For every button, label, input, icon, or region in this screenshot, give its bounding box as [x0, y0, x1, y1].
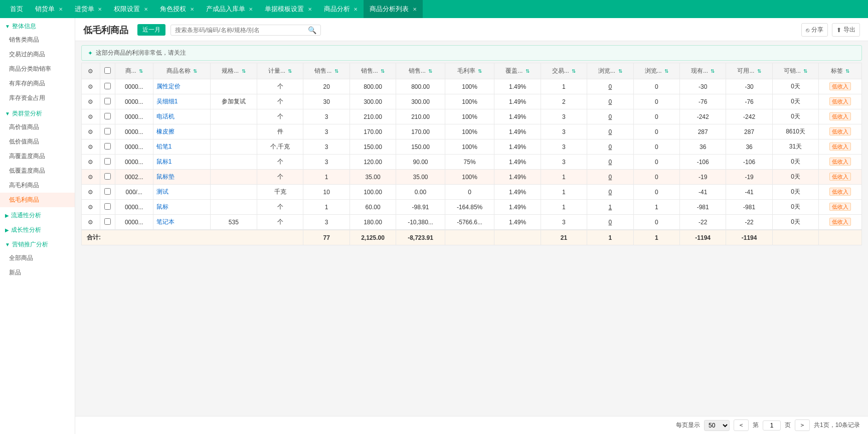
sidebar-item-traded-goods[interactable]: 交易过的商品 [0, 47, 75, 62]
row-gear[interactable]: ⚙ [82, 139, 100, 155]
row-name[interactable]: 铅笔1 [153, 139, 210, 155]
sort-available-stock[interactable]: ⇅ [757, 68, 761, 74]
col-sales-qty[interactable]: 销售... ⇅ [303, 63, 350, 79]
col-tag[interactable]: 标签 ⇅ [819, 63, 862, 79]
row-views1[interactable]: 0 [587, 94, 633, 109]
sidebar-item-low-coverage[interactable]: 低覆盖度商品 [0, 164, 75, 178]
row-name[interactable]: 属性定价 [153, 79, 210, 94]
views1-link[interactable]: 0 [609, 174, 612, 181]
sort-margin[interactable]: ⇅ [478, 68, 482, 74]
nav-goods-analysis-close[interactable]: ✕ [354, 7, 358, 12]
row-name[interactable]: 电话机 [153, 109, 210, 124]
share-button[interactable]: ⎋ 分享 [801, 23, 828, 37]
nav-product-entry-close[interactable]: ✕ [249, 7, 253, 12]
row-gear-icon[interactable]: ⚙ [88, 83, 93, 90]
select-all-checkbox[interactable] [104, 67, 111, 74]
sort-unit[interactable]: ⇅ [288, 68, 292, 74]
col-margin[interactable]: 毛利率 ⇅ [445, 63, 494, 79]
row-name[interactable]: 鼠标 [153, 200, 210, 215]
sidebar-item-high-coverage[interactable]: 高覆盖度商品 [0, 149, 75, 164]
row-select-checkbox[interactable] [104, 218, 111, 225]
sort-name[interactable]: ⇅ [193, 68, 197, 74]
sort-sales-profit[interactable]: ⇅ [428, 68, 432, 74]
views1-link[interactable]: 0 [609, 113, 612, 120]
row-name[interactable]: 吴细细1 [153, 94, 210, 109]
row-gear[interactable]: ⚙ [82, 155, 100, 170]
row-views1[interactable]: 0 [587, 124, 633, 139]
nav-permissions[interactable]: 权限设置 ✕ [108, 0, 154, 18]
sidebar-item-stock-goods[interactable]: 有库存的商品 [0, 76, 75, 91]
row-gear-icon[interactable]: ⚙ [88, 143, 93, 151]
row-select-checkbox[interactable] [104, 98, 111, 104]
col-sellable-days[interactable]: 可销... ⇅ [772, 63, 818, 79]
views1-link[interactable]: 0 [609, 189, 612, 196]
col-coverage[interactable]: 覆盖... ⇅ [494, 63, 541, 79]
row-gear-icon[interactable]: ⚙ [88, 174, 93, 181]
sidebar-group-marketing[interactable]: ▼ 营销推广分析 [0, 236, 75, 251]
nav-purchase[interactable]: 进货单 ✕ [69, 0, 108, 18]
row-select-checkbox[interactable] [104, 113, 111, 119]
sidebar-item-high-margin[interactable]: 高毛利商品 [0, 178, 75, 193]
row-name[interactable]: 鼠标1 [153, 155, 210, 170]
row-views1[interactable]: 0 [587, 215, 633, 230]
row-gear[interactable]: ⚙ [82, 124, 100, 139]
nav-goods-analysis[interactable]: 商品分析 ✕ [318, 0, 364, 18]
sort-sales-qty[interactable]: ⇅ [334, 68, 338, 74]
search-input[interactable] [175, 27, 308, 34]
row-gear[interactable]: ⚙ [82, 185, 100, 200]
sort-tag[interactable]: ⇅ [845, 68, 849, 74]
next-page-button[interactable]: ＞ [795, 419, 810, 431]
views1-link[interactable]: 0 [609, 143, 612, 151]
row-select-checkbox[interactable] [104, 83, 111, 89]
col-available-stock[interactable]: 可用... ⇅ [726, 63, 772, 79]
sidebar-item-category-rate[interactable]: 商品分类助销率 [0, 62, 75, 76]
views1-link[interactable]: 0 [609, 98, 612, 105]
sort-current-stock[interactable]: ⇅ [711, 68, 715, 74]
row-name[interactable]: 笔记本 [153, 215, 210, 230]
nav-template-close[interactable]: ✕ [308, 7, 312, 12]
sidebar-item-high-value[interactable]: 高价值商品 [0, 120, 75, 134]
nav-home[interactable]: 首页 [4, 0, 29, 18]
sort-views2[interactable]: ⇅ [664, 68, 668, 74]
row-views1[interactable]: 1 [587, 200, 633, 215]
sort-views1[interactable]: ⇅ [618, 68, 622, 74]
row-gear-icon[interactable]: ⚙ [88, 159, 93, 166]
nav-roles[interactable]: 角色授权 ✕ [154, 0, 200, 18]
sort-sales-price[interactable]: ⇅ [381, 68, 385, 74]
views1-link[interactable]: 0 [609, 159, 612, 166]
nav-permissions-close[interactable]: ✕ [144, 7, 148, 12]
row-checkbox[interactable] [100, 170, 115, 185]
row-gear[interactable]: ⚙ [82, 109, 100, 124]
row-select-checkbox[interactable] [104, 203, 111, 210]
row-gear[interactable]: ⚙ [82, 215, 100, 230]
col-sales-price[interactable]: 销售... ⇅ [350, 63, 396, 79]
sort-sellable-days[interactable]: ⇅ [803, 68, 807, 74]
sidebar-item-new-goods[interactable]: 新品 [0, 265, 75, 280]
row-select-checkbox[interactable] [104, 143, 111, 150]
row-checkbox[interactable] [100, 155, 115, 170]
row-name[interactable]: 测试 [153, 185, 210, 200]
sort-coverage[interactable]: ⇅ [526, 68, 530, 74]
sidebar-group-liquidity[interactable]: ▶ 流通性分析 [0, 207, 75, 222]
col-current-stock[interactable]: 现有... ⇅ [679, 63, 726, 79]
row-gear-icon[interactable]: ⚙ [88, 189, 93, 196]
col-code[interactable]: 商... ⇅ [115, 63, 153, 79]
col-views1[interactable]: 浏览... ⇅ [587, 63, 633, 79]
row-gear[interactable]: ⚙ [82, 79, 100, 94]
sort-spec[interactable]: ⇅ [242, 68, 246, 74]
row-views1[interactable]: 0 [587, 139, 633, 155]
sort-code[interactable]: ⇅ [139, 68, 143, 74]
sidebar-group-cluster[interactable]: ▼ 类群堂分析 [0, 105, 75, 120]
nav-template[interactable]: 单据模板设置 ✕ [259, 0, 318, 18]
nav-goods-analysis-list[interactable]: 商品分析列表 ✕ [364, 0, 423, 18]
col-name[interactable]: 商品名称 ⇅ [153, 63, 210, 79]
per-page-select[interactable]: 50 100 200 [704, 420, 730, 431]
nav-product-entry[interactable]: 产成品入库单 ✕ [200, 0, 259, 18]
sidebar-item-sales-goods[interactable]: 销售类商品 [0, 33, 75, 47]
sidebar-item-low-margin[interactable]: 低毛利商品 [0, 193, 75, 207]
views1-link[interactable]: 1 [609, 204, 612, 211]
row-checkbox[interactable] [100, 109, 115, 124]
prev-page-button[interactable]: ＜ [734, 419, 749, 431]
row-checkbox[interactable] [100, 200, 115, 215]
row-checkbox[interactable] [100, 79, 115, 94]
